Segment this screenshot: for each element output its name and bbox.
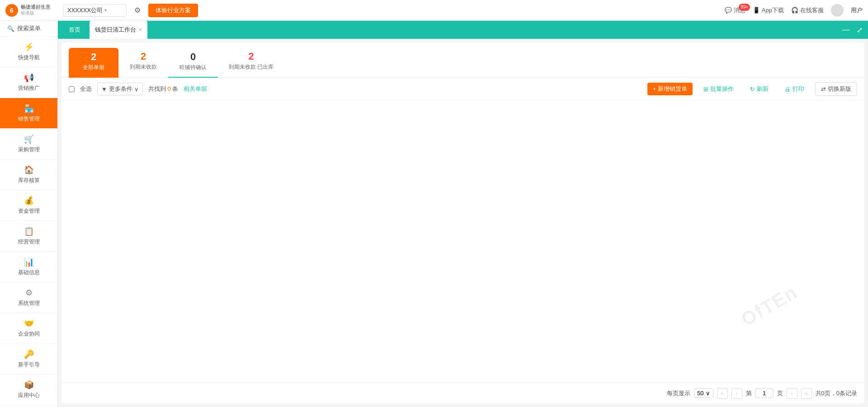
- sidebar-item-app-center[interactable]: 📦 应用中心: [0, 374, 57, 405]
- quick-nav-icon: ⚡: [24, 42, 34, 52]
- select-all-checkbox[interactable]: [69, 86, 75, 92]
- related-docs-link[interactable]: 相关单据: [184, 85, 207, 93]
- print-icon: 🖨: [785, 86, 791, 93]
- per-page-select[interactable]: 50 ∨: [694, 388, 713, 398]
- message-item[interactable]: 💬 消息 99+: [725, 6, 745, 14]
- sidebar-item-enterprise[interactable]: 🤝 企业协同: [0, 313, 57, 344]
- enterprise-label: 企业协同: [18, 330, 40, 338]
- purchase-mgmt-label: 采购管理: [18, 146, 40, 154]
- more-filters-label: 更多条件: [109, 85, 132, 93]
- funds-icon: 💰: [24, 196, 34, 206]
- prev-page-button[interactable]: ‹: [731, 388, 742, 399]
- maximize-icon[interactable]: ⤢: [855, 24, 864, 36]
- page-suffix: 页: [777, 389, 783, 398]
- sidebar-item-wechat[interactable]: 💬 企业微信: [0, 405, 57, 407]
- count-unit: 条: [172, 85, 178, 92]
- sidebar-item-operations[interactable]: 📋 经营管理: [0, 221, 57, 252]
- company-selector[interactable]: XXXXXX公司 ▾: [63, 4, 127, 17]
- stat-label-wangwang-pending: 旺辅待确认: [179, 64, 207, 71]
- app-download-item[interactable]: 📱 App下载: [753, 6, 784, 14]
- sidebar-item-marketing[interactable]: 📢 营销推广: [0, 67, 57, 98]
- logo-icon: 6: [5, 4, 18, 17]
- page-number-input[interactable]: [755, 388, 774, 398]
- logo-text-area: 畅捷通好生意 标准版: [21, 4, 51, 16]
- funds-label: 资金管理: [18, 207, 40, 215]
- message-icon: 💬: [725, 7, 732, 14]
- app-center-label: 应用中心: [18, 392, 40, 399]
- more-filters-button[interactable]: ▼ 更多条件 ∨: [97, 83, 143, 95]
- tab-workbench[interactable]: 钱货日清工作台 ×: [90, 21, 147, 39]
- sidebar-item-guide[interactable]: 🔑 新手引导: [0, 344, 57, 374]
- top-header: 6 畅捷通好生意 标准版 XXXXXX公司 ▾ ⚙ 体验行业方案 💬 消息 99…: [0, 0, 868, 21]
- sidebar-item-inventory[interactable]: 🏠 库存核算: [0, 159, 57, 190]
- settings-icon: ⚙: [134, 6, 141, 14]
- stat-tab-overdue-unshipped[interactable]: 2 到期未收款 已出库: [218, 48, 284, 77]
- stat-num-wangwang-pending: 0: [190, 52, 196, 62]
- trial-button[interactable]: 体验行业方案: [148, 4, 198, 17]
- toolbar-right: + 新增销货单 ⊞ 批量操作 ↻ 刷新 🖨 打印 ⇄: [647, 82, 857, 96]
- stat-tab-all-orders[interactable]: 2 全部单据: [69, 48, 118, 78]
- sales-mgmt-label: 销售管理: [18, 115, 40, 123]
- refresh-button[interactable]: ↻ 刷新: [745, 83, 774, 95]
- filter-icon: ▼: [101, 86, 107, 93]
- stat-tab-overdue-uncollected[interactable]: 2 到期未收款: [118, 48, 168, 77]
- last-page-button[interactable]: »: [801, 388, 812, 399]
- sidebar: 🔍 搜索菜单 ⚡ 快捷导航 📢 营销推广 🏪 销售管理 🛒 采购管理 🏠 库存核…: [0, 21, 58, 407]
- main-layout: 🔍 搜索菜单 ⚡ 快捷导航 📢 营销推广 🏪 销售管理 🛒 采购管理 🏠 库存核…: [0, 21, 868, 407]
- switch-label: 切换新版: [828, 85, 851, 93]
- add-sale-button[interactable]: + 新增销货单: [647, 83, 693, 95]
- marketing-icon: 📢: [24, 73, 34, 83]
- company-dropdown-icon: ▾: [104, 8, 107, 13]
- select-all-label: 全选: [80, 85, 92, 93]
- sidebar-item-funds[interactable]: 💰 资金管理: [0, 190, 57, 221]
- sidebar-item-sales-mgmt[interactable]: 🏪 销售管理: [0, 98, 57, 129]
- guide-label: 新手引导: [18, 361, 40, 369]
- sidebar-item-purchase-mgmt[interactable]: 🛒 采购管理: [0, 129, 57, 159]
- tab-bar: 首页 钱货日清工作台 × — ⤢: [58, 21, 868, 39]
- operations-label: 经营管理: [18, 238, 40, 246]
- print-label: 打印: [793, 85, 804, 93]
- table-area: [61, 101, 864, 383]
- sidebar-item-basic-info[interactable]: 📊 基础信息: [0, 252, 57, 282]
- toolbar: 全选 ▼ 更多条件 ∨ 共找到 0 条 相关单据 + 新增销货单 ⊞ 批量操作: [61, 78, 864, 101]
- sidebar-item-system-mgmt[interactable]: ⚙ 系统管理: [0, 282, 57, 313]
- stat-num-overdue-uncollected: 2: [141, 51, 146, 61]
- marketing-label: 营销推广: [18, 84, 40, 92]
- user-name: 用户: [851, 6, 863, 14]
- system-mgmt-label: 系统管理: [18, 299, 40, 307]
- batch-ops-icon: ⊞: [703, 86, 708, 93]
- total-info: 共0页，0条记录: [816, 389, 857, 398]
- online-service-icon: 🎧: [791, 7, 798, 14]
- minimize-icon[interactable]: —: [840, 24, 851, 36]
- next-page-button[interactable]: ›: [787, 388, 797, 399]
- sidebar-item-quick-nav[interactable]: ⚡ 快捷导航: [0, 37, 57, 67]
- stat-num-overdue-unshipped: 2: [249, 51, 254, 61]
- print-button[interactable]: 🖨 打印: [779, 83, 810, 95]
- filter-chevron: ∨: [134, 86, 139, 93]
- logo-name: 畅捷通好生意: [21, 4, 51, 10]
- batch-ops-button[interactable]: ⊞ 批量操作: [698, 83, 739, 95]
- guide-icon: 🔑: [24, 349, 34, 359]
- logo-area: 6 畅捷通好生意 标准版: [5, 4, 63, 17]
- first-page-button[interactable]: «: [717, 388, 728, 399]
- tab-workbench-label: 钱货日清工作台: [95, 26, 136, 34]
- stat-tab-wangwang-pending[interactable]: 0 旺辅待确认: [168, 48, 218, 78]
- sidebar-item-search-menu[interactable]: 🔍 搜索菜单: [0, 21, 57, 37]
- system-icon: ⚙: [25, 288, 33, 298]
- sales-icon: 🏪: [24, 103, 34, 113]
- app-download-label: App下载: [762, 6, 784, 14]
- page-content: 2 全部单据 2 到期未收款 0 旺辅待确认 2 到期未收款 已出库: [61, 42, 864, 403]
- app-center-icon: 📦: [24, 380, 34, 390]
- tab-close-icon[interactable]: ×: [139, 27, 142, 33]
- search-menu-label: 搜索菜单: [17, 24, 41, 33]
- online-service-item[interactable]: 🎧 在线客服: [791, 6, 824, 14]
- switch-version-button[interactable]: ⇄ 切换新版: [815, 82, 857, 96]
- inventory-icon: 🏠: [24, 165, 34, 175]
- app-download-icon: 📱: [753, 7, 760, 14]
- inventory-label: 库存核算: [18, 177, 40, 184]
- page-label: 第: [746, 389, 752, 398]
- avatar[interactable]: [831, 4, 844, 17]
- per-page-value: 50: [697, 390, 703, 397]
- settings-button[interactable]: ⚙: [130, 3, 145, 18]
- tab-home[interactable]: 首页: [61, 21, 88, 39]
